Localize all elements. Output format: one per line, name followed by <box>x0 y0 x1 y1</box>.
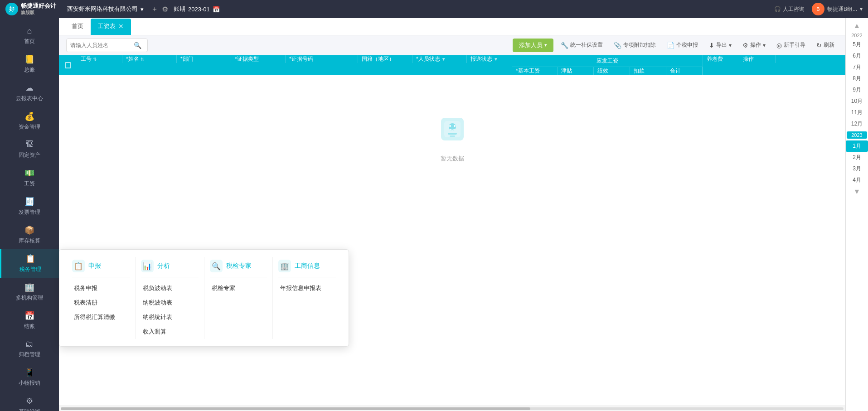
th-subsidy[interactable]: 津贴 <box>558 67 594 75</box>
th-cert-no-label: *证据号码 <box>289 55 313 63</box>
sidebar-item-mini-sales[interactable]: 📱 小畅报销 <box>0 363 59 392</box>
timeline-month-may[interactable]: 5月 <box>846 39 868 50</box>
th-total[interactable]: 合计 <box>666 67 703 75</box>
support-label: 人工咨询 <box>783 5 805 13</box>
th-op[interactable]: 操作 <box>739 55 776 63</box>
th-id[interactable]: 工号 ⇅ <box>77 55 122 63</box>
sidebar-label-ledger: 总账 <box>24 66 35 74</box>
tab-bar: 首页 工资表 ✕ <box>59 18 845 35</box>
sort-name-icon[interactable]: ⇅ <box>141 57 144 62</box>
table-container: 暂无数据 <box>59 75 845 406</box>
inventory-icon: 📦 <box>24 225 34 235</box>
timeline-up-nav[interactable]: ▲ <box>852 20 863 32</box>
social-security-label: 统一社保设置 <box>570 41 603 49</box>
sidebar-item-ledger[interactable]: 📒 总账 <box>0 50 59 78</box>
bottom-scrollbar[interactable] <box>59 406 845 411</box>
th-name[interactable]: *姓名 ⇅ <box>122 55 177 63</box>
sidebar-item-archive[interactable]: 🗂 归档管理 <box>0 335 59 363</box>
th-checkbox[interactable] <box>59 55 77 75</box>
th-base-salary[interactable]: *基本工资 <box>512 67 558 75</box>
sidebar-item-multi-org[interactable]: 🏢 多机构管理 <box>0 278 59 306</box>
timeline-month-dec[interactable]: 12月 <box>846 118 868 130</box>
dropdown-item-tax-expert[interactable]: 税检专家 <box>210 281 267 295</box>
user-area[interactable]: B 畅捷通B组... ▾ <box>812 3 863 15</box>
timeline-month-sep[interactable]: 9月 <box>846 84 868 96</box>
dropdown-item-taxpay-fluctuation[interactable]: 纳税波动表 <box>141 295 199 310</box>
dropdown-col-business-info: 🏢 工商信息 年报信息申报表 <box>273 257 341 339</box>
th-report-status[interactable]: 报送状态 ▼ <box>467 55 512 63</box>
sidebar-item-inventory[interactable]: 📦 库存核算 <box>0 221 59 249</box>
special-deduction-btn[interactable]: 📎 专项附加扣除 <box>610 39 659 51</box>
timeline-month-mar[interactable]: 3月 <box>846 163 868 174</box>
empty-state-text: 暂无数据 <box>441 155 464 163</box>
timeline-month-jun[interactable]: 6月 <box>846 50 868 62</box>
dropdown-item-income-calc[interactable]: 收入测算 <box>141 324 199 339</box>
th-cert-type[interactable]: *证据类型 <box>231 55 286 63</box>
add-company-icon[interactable]: ＋ <box>151 5 158 14</box>
social-security-btn[interactable]: 🔧 统一社保设置 <box>557 39 606 51</box>
sidebar-item-close[interactable]: 📅 结账 <box>0 306 59 335</box>
refresh-btn[interactable]: ↻ 刷新 <box>813 39 838 51</box>
th-subsidy-label: 津贴 <box>561 67 572 75</box>
dropdown-item-income-tax[interactable]: 所得税汇算清缴 <box>72 310 130 324</box>
scroll-thumb[interactable] <box>61 407 530 410</box>
th-dept[interactable]: *部门 <box>177 55 231 63</box>
right-timeline: ▲ 2022 5月 6月 7月 8月 9月 10月 11月 12月 2023 1… <box>845 18 868 411</box>
th-performance[interactable]: 绩效 <box>594 67 630 75</box>
add-person-label: 添加人员 <box>519 41 543 49</box>
timeline-month-aug[interactable]: 8月 <box>846 73 868 84</box>
guide-btn[interactable]: ◎ 新手引导 <box>773 39 809 51</box>
toolbar: 🔍 添加人员 ▾ 🔧 统一社保设置 📎 专项附加扣除 📄 个税申报 ⬇ 导出 <box>59 35 845 55</box>
company-selector[interactable]: 西安虾米网络科技有限公司 ▾ <box>63 3 147 15</box>
search-icon[interactable]: 🔍 <box>134 42 141 49</box>
filter-report-icon[interactable]: ▼ <box>494 57 498 62</box>
dropdown-item-tax-fluctuation[interactable]: 税负波动表 <box>141 281 199 295</box>
calendar-icon[interactable]: 📅 <box>213 6 220 13</box>
timeline-month-nov[interactable]: 11月 <box>846 107 868 118</box>
empty-state: 暂无数据 <box>59 75 845 199</box>
logo-text-block: 畅捷通好会计 旗舰版 <box>21 2 56 16</box>
timeline-month-apr[interactable]: 4月 <box>846 174 868 186</box>
timeline-month-jul[interactable]: 7月 <box>846 62 868 73</box>
tab-salary-table[interactable]: 工资表 ✕ <box>91 19 131 35</box>
timeline-month-feb[interactable]: 2月 <box>846 152 868 163</box>
dropdown-item-taxpay-stats[interactable]: 纳税统计表 <box>141 310 199 324</box>
settings-icon[interactable]: ⚙ <box>162 5 168 14</box>
sidebar-item-fund[interactable]: 💰 资金管理 <box>0 107 59 135</box>
select-all-checkbox[interactable] <box>65 62 71 68</box>
timeline-month-jan[interactable]: 1月 <box>846 140 868 152</box>
search-input[interactable] <box>70 42 134 48</box>
export-btn[interactable]: ⬇ 导出 ▾ <box>705 39 735 51</box>
dropdown-item-tax-table[interactable]: 税表清册 <box>72 295 130 310</box>
logo-icon: 好 <box>5 3 18 15</box>
sidebar-item-salary[interactable]: 💵 工资 <box>0 164 59 192</box>
add-person-btn[interactable]: 添加人员 ▾ <box>513 39 553 52</box>
th-deduct[interactable]: 扣款 <box>630 67 666 75</box>
dropdown-item-tax-declaration[interactable]: 税务申报 <box>72 281 130 295</box>
sidebar-item-home[interactable]: ⌂ 首页 <box>0 22 59 50</box>
top-bar-actions: 🎧 人工咨询 B 畅捷通B组... ▾ <box>774 3 863 15</box>
timeline-down-nav[interactable]: ▼ <box>852 186 863 198</box>
sidebar-item-basic-settings[interactable]: ⚙ 基础设置 <box>0 392 59 411</box>
sidebar-label-home: 首页 <box>24 38 35 45</box>
sidebar-item-cloud-report[interactable]: ☁ 云报表中心 <box>0 78 59 107</box>
sidebar-item-invoice[interactable]: 🧾 发票管理 <box>0 192 59 221</box>
sidebar-item-fixed-assets[interactable]: 🏗 固定资产 <box>0 135 59 164</box>
individual-tax-btn[interactable]: 📄 个税申报 <box>663 39 702 51</box>
tab-close-icon[interactable]: ✕ <box>118 23 124 29</box>
scroll-track[interactable] <box>61 407 844 410</box>
th-country[interactable]: 国籍（地区） <box>358 55 412 63</box>
tab-home[interactable]: 首页 <box>64 19 91 35</box>
filter-status-icon[interactable]: ▼ <box>441 57 446 62</box>
operation-btn[interactable]: ⚙ 操作 ▾ <box>739 39 769 51</box>
sort-id-icon[interactable]: ⇅ <box>93 57 97 62</box>
support-btn[interactable]: 🎧 人工咨询 <box>774 5 805 13</box>
dropdown-item-annual-report[interactable]: 年报信息申报表 <box>278 281 336 295</box>
timeline-prev-year: 2022 <box>850 32 863 39</box>
th-cert-no[interactable]: *证据号码 <box>286 55 358 63</box>
timeline-month-oct[interactable]: 10月 <box>846 96 868 107</box>
svg-rect-3 <box>448 133 457 135</box>
sidebar-item-tax[interactable]: 📋 税务管理 <box>0 249 59 278</box>
th-status[interactable]: *人员状态 ▼ <box>412 55 467 63</box>
th-pension[interactable]: 养老费 <box>703 55 739 63</box>
